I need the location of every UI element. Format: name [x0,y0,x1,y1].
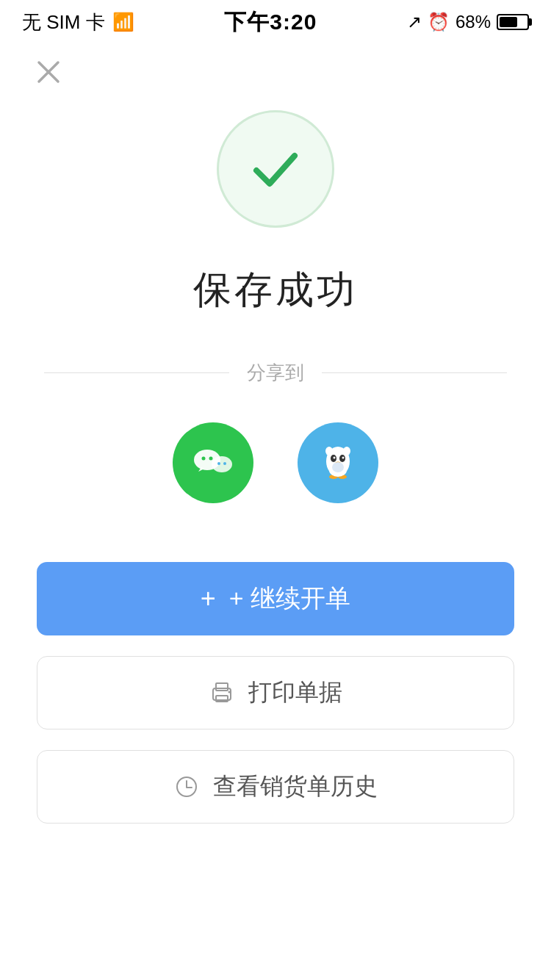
svg-point-18 [325,447,333,455]
continue-icon: + [201,583,216,614]
svg-point-7 [223,462,226,465]
svg-point-12 [342,457,345,459]
share-label: 分享到 [229,360,322,386]
svg-point-6 [217,462,220,465]
battery-icon [497,14,529,30]
continue-label: + 继续开单 [229,582,350,616]
print-receipt-button[interactable]: 打印单据 [37,656,514,729]
wechat-share-button[interactable] [173,422,253,503]
success-title: 保存成功 [193,264,358,316]
history-icon [173,774,200,800]
continue-order-button[interactable]: + + 继续开单 [37,562,514,635]
status-bar: 无 SIM 卡 📶 下午3:20 ↗ ⏰ 68% [0,0,551,44]
alarm-icon: ⏰ [428,12,450,32]
svg-point-4 [202,457,206,461]
svg-point-23 [228,691,231,693]
history-label: 查看销货单历史 [213,771,378,803]
location-icon: ↗ [407,12,422,32]
view-history-button[interactable]: 查看销货单历史 [37,750,514,824]
print-label: 打印单据 [248,677,342,709]
close-icon [35,59,62,85]
svg-point-11 [334,457,336,459]
share-icons-row [173,422,378,503]
print-icon [209,680,235,706]
qq-icon [314,439,361,486]
status-left: 无 SIM 卡 📶 [22,10,134,35]
share-divider: 分享到 [0,360,551,386]
svg-point-5 [209,457,213,461]
action-buttons: + + 继续开单 打印单据 查看销货单历史 [37,562,514,824]
checkmark-icon [246,140,305,198]
close-button[interactable] [29,53,68,91]
qq-share-button[interactable] [298,422,378,503]
wifi-icon: 📶 [112,12,134,32]
svg-point-17 [332,462,344,472]
status-right: ↗ ⏰ 68% [407,12,529,32]
svg-point-19 [343,447,350,455]
sim-label: 无 SIM 卡 [22,10,105,35]
svg-rect-21 [216,683,228,691]
main-content: 保存成功 分享到 [0,44,551,824]
wechat-icon [188,438,238,488]
success-icon-circle [217,110,334,228]
svg-point-3 [212,456,232,472]
battery-percent: 68% [455,12,491,32]
status-time: 下午3:20 [224,7,317,37]
